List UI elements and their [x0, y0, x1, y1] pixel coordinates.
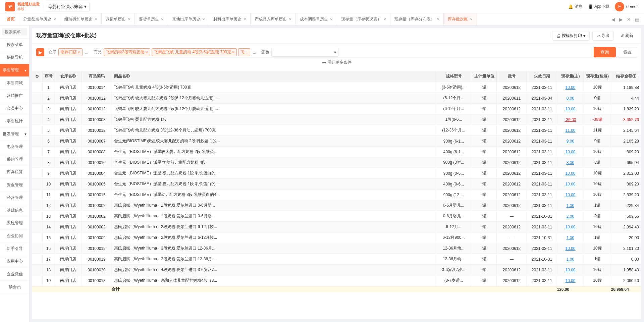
tab-close-icon-3[interactable]: ✕ — [128, 17, 130, 21]
sidebar-item-搜索菜单[interactable]: 搜索菜单 — [0, 39, 29, 51]
tab-item-1[interactable]: 分量盘点单历史✕ — [19, 13, 60, 25]
tab-close-icon-4[interactable]: ✕ — [161, 17, 164, 21]
tab-next-btn[interactable]: ▶ — [617, 17, 625, 22]
org-selector[interactable]: 母婴行业演示账套 ▾ — [45, 2, 90, 11]
filter-warehouse-more[interactable]: ... — [84, 50, 90, 55]
sidebar-item-电商管理[interactable]: 电商管理 — [0, 141, 29, 153]
page-actions: 🖨 按模板打印 ▾ ↗ 导出 ↺ 刷新 — [552, 31, 637, 41]
table-row: 19南岸门店00100018惠氏启赋（Wyeth illuma）亲和人体儿童配方… — [32, 275, 641, 286]
table-row: 15南岸门店00100009惠氏启赋（Wyeth illuma）2段奶粉 爱尔兰… — [32, 232, 641, 243]
table-row: 14南岸门店00100002惠氏启赋（Wyeth illuma）2段奶粉 爱尔兰… — [32, 222, 641, 232]
tab-close-icon-10[interactable]: ✕ — [437, 17, 439, 21]
tab-item-5[interactable]: 其他出库单历史✕ — [168, 13, 209, 25]
warehouse-tag-close[interactable]: ✕ — [77, 50, 80, 54]
filter-expand-btn[interactable]: ▶ — [36, 48, 44, 56]
table-row: 16南岸门店00100019惠氏启赋（Wyeth illuma）3段奶粉 爱尔兰… — [32, 243, 641, 254]
table-row: 9南岸门店00100004合生元（BIOSTIME）派星 婴儿配方奶粉 1段 乳… — [32, 168, 641, 179]
message-btn[interactable]: 🔔 消息 — [568, 4, 583, 9]
tab-item-11[interactable]: 库存批次账✕ — [444, 13, 477, 25]
logo-text: 畅捷通好生意 标版 — [17, 2, 40, 11]
col-batch: 批号 — [497, 71, 527, 82]
tab-item-2[interactable]: 组装拆卸单历史✕ — [60, 13, 102, 25]
table-row: 12南岸门店00100002惠氏启赋（Wyeth illuma）1段奶粉 爱尔兰… — [32, 200, 641, 211]
table-row: 17南岸门店00100019惠氏启赋（Wyeth illuma）3段奶粉 爱尔兰… — [32, 254, 641, 265]
expand-icon: ▾▾ — [322, 60, 326, 65]
col-settings[interactable]: ⚙ — [32, 71, 42, 82]
tab-item-6[interactable]: 材料出库单历史✕ — [209, 13, 251, 25]
col-qty-main: 现存量(主) — [557, 71, 584, 82]
table-row: 18南岸门店00100020惠氏启赋（Wyeth illuma）4段奶粉 爱尔兰… — [32, 265, 641, 275]
tab-item-3[interactable]: 调拨单历史✕ — [102, 13, 135, 25]
col-warehouse: 仓库名称 — [55, 71, 82, 82]
logo-icon: 好 — [5, 2, 15, 11]
refresh-button[interactable]: ↺ 刷新 — [616, 31, 637, 40]
sidebar-item-会员中心[interactable]: 会员中心 — [0, 102, 29, 115]
col-unit: 主计量单位 — [472, 71, 497, 82]
color-input[interactable]: ▾ — [271, 48, 338, 57]
tab-item-10[interactable]: 现存量（库存分布表）✕ — [390, 13, 444, 25]
sidebar-item-采购管理[interactable]: 采购管理 — [0, 153, 29, 166]
tab-item-0[interactable]: 首页 — [3, 13, 19, 25]
tab-close-icon-8[interactable]: ✕ — [330, 17, 333, 21]
table-row: 11南岸门店00100015合生元（BIOSTIME）派星幼儿配方奶粉 3段 乳… — [32, 190, 641, 200]
product-tag-1-close[interactable]: ✕ — [145, 50, 148, 54]
user-area[interactable]: E demo2 — [615, 2, 639, 11]
tab-close-icon-7[interactable]: ✕ — [289, 17, 291, 21]
sidebar-item-企业微信[interactable]: 企业微信 — [0, 268, 29, 281]
tab-item-8[interactable]: 成本调整单历史✕ — [296, 13, 337, 25]
table-row: 8南岸门店00100016合生元（BIOSTIME）派星 学龄前儿童配方奶粉 4… — [32, 157, 641, 168]
sidebar-item-新手引导[interactable]: 新手引导 — [0, 243, 29, 255]
query-button[interactable]: 查询 — [594, 47, 616, 57]
tab-close-icon-11[interactable]: ✕ — [470, 17, 473, 21]
sidebar-item-系统管理[interactable]: 系统管理 — [0, 217, 29, 230]
col-expire: 失效日期 — [527, 71, 557, 82]
sidebar-item-零售统计[interactable]: 零售统计 — [0, 115, 29, 128]
tab-close-icon-2[interactable]: ✕ — [95, 17, 97, 21]
page-title: 现存量查询(按仓库+批次) — [36, 32, 97, 39]
export-icon: ↗ — [597, 34, 600, 38]
table-row: 4南岸门店00100003飞鹤星飞帆 婴儿配方奶粉 1段1段(0-6...罐20… — [32, 114, 641, 125]
sidebar-item-企业协同[interactable]: 企业协同 — [0, 230, 29, 243]
product-tag-2-close[interactable]: ✕ — [232, 50, 234, 54]
tab-item-9[interactable]: 现存量（库存状况表）✕ — [337, 13, 390, 25]
table-row: 3南岸门店00100012飞鹤星飞帆 较大婴儿配方奶粉 2段(6-12个月婴幼儿… — [32, 104, 641, 114]
tab-close-icon-6[interactable]: ✕ — [244, 17, 246, 21]
product-tag-1: 飞鹤奶粉3段丙烷提装 ✕ — [104, 48, 150, 56]
print-button[interactable]: 🖨 按模板打印 ▾ — [552, 31, 590, 41]
expand-more-btn[interactable]: ▾▾ 展开更多条件 — [36, 57, 637, 67]
sidebar-item-零售商城[interactable]: 零售商城 — [0, 77, 29, 90]
sidebar-item-应用中心[interactable]: 应用中心 — [0, 255, 29, 268]
sidebar-item-资金管理[interactable]: 资金管理 — [0, 179, 29, 192]
sidebar-item-畅会员[interactable]: 畅会员 — [0, 281, 29, 293]
product-tag-more[interactable]: 飞... — [238, 48, 250, 56]
product-filter: 商品 飞鹤奶粉3段丙烷提装 ✕ 飞鹤星飞帆 儿童奶粉 4段(3-6岁适用) 70… — [94, 48, 257, 56]
tab-close-all-btn[interactable]: ✕ — [625, 17, 633, 22]
col-qty-pkg: 现存量(包装) — [584, 71, 611, 82]
tab-prev-btn[interactable]: ◀ — [609, 17, 617, 22]
sidebar-item-零售管理[interactable]: 零售管理▾ — [0, 64, 29, 77]
warehouse-tag-nanang: 南岸门店 ✕ — [58, 48, 83, 56]
sidebar-item-基础信息[interactable]: 基础信息 — [0, 204, 29, 217]
chevron-down-icon: ▾ — [583, 34, 585, 38]
table-row: 1南岸门店00100014飞鹤星飞帆 儿童奶粉 4段(3-6岁适用) 700克(… — [32, 82, 641, 93]
sidebar-item-经营管理[interactable]: 经营管理 — [0, 192, 29, 204]
app-download-btn[interactable]: 📱 App下载 — [588, 4, 609, 9]
tab-item-4[interactable]: 要货单历史✕ — [135, 13, 168, 25]
sidebar-item-快捷导航[interactable]: 快捷导航 — [0, 51, 29, 64]
tab-menu-btn[interactable]: ▤ — [633, 17, 641, 22]
filter-row: ▶ 仓库 南岸门店 ✕ ... 商品 飞鹤奶粉3段丙烷 — [36, 47, 637, 57]
setting-button[interactable]: 设置 — [618, 47, 637, 57]
data-table: ⚙ 序号 仓库名称 商品编码 商品名称 规格型号 主计量单位 批号 失效日期 现… — [32, 71, 641, 292]
sidebar-item-批发管理[interactable]: 批发管理▾ — [0, 128, 29, 141]
sidebar-item-库存核算[interactable]: 库存核算 — [0, 166, 29, 179]
filter-area: ▶ 仓库 南岸门店 ✕ ... 商品 飞鹤奶粉3段丙烷 — [32, 43, 641, 71]
main-layout: 搜索菜单快捷导航零售管理▾零售商城营销推广会员中心零售统计批发管理▾电商管理采购… — [0, 25, 644, 322]
tab-close-icon-1[interactable]: ✕ — [53, 17, 56, 21]
tab-item-7[interactable]: 产成品入库单历史✕ — [251, 13, 296, 25]
filter-product-more[interactable]: ... — [252, 50, 257, 55]
tab-close-icon-9[interactable]: ✕ — [383, 17, 386, 21]
tab-close-icon-5[interactable]: ✕ — [202, 17, 205, 21]
export-button[interactable]: ↗ 导出 — [592, 31, 614, 41]
sidebar-item-营销推广[interactable]: 营销推广 — [0, 90, 29, 102]
sidebar-search-input[interactable] — [2, 28, 27, 36]
